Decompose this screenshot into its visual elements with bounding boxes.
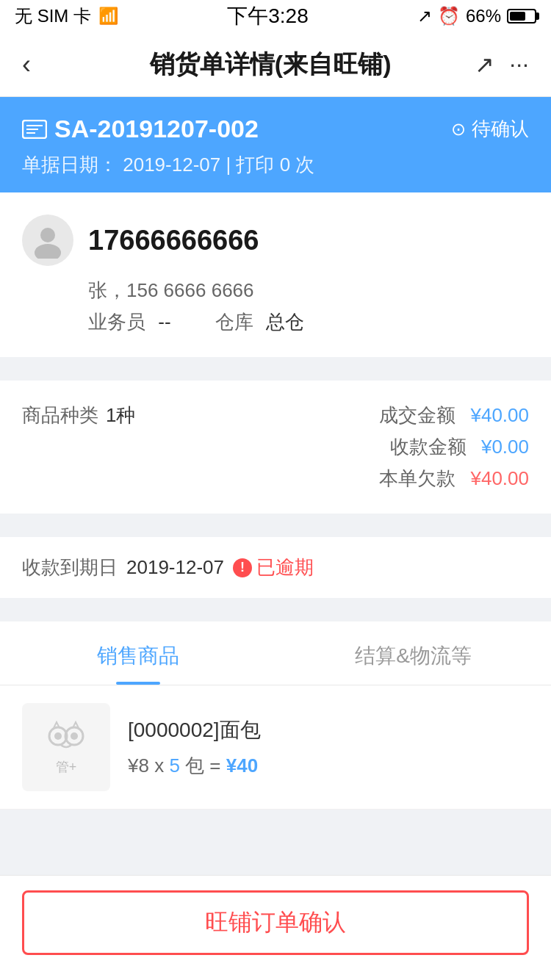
nav-bar: ‹ 销货单详情(来自旺铺) ↗ ··· (0, 32, 551, 97)
bottom-bar: 旺铺订单确认 (0, 875, 551, 980)
status-carrier: 无 SIM 卡 📶 (15, 4, 118, 28)
owed-label: 本单欠款 (379, 466, 455, 491)
order-header: SA-20191207-002 ⊙ 待确认 单据日期： 2019-12-07 |… (0, 97, 551, 192)
product-kinds-value: 1种 (106, 403, 135, 428)
table-row: 管+ [0000002]面包 ¥8 x 5 包 = ¥40 (0, 685, 551, 810)
order-header-top: SA-20191207-002 ⊙ 待确认 (22, 115, 529, 143)
order-number: SA-20191207-002 (22, 115, 259, 143)
divider-3 (0, 610, 551, 621)
divider-1 (0, 369, 551, 381)
duedate-card: 收款到期日 2019-12-07 ! 已逾期 (0, 537, 551, 598)
product-kinds: 商品种类 1种 (22, 403, 135, 428)
warehouse-value: 总仓 (266, 311, 304, 333)
order-date: 单据日期： 2019-12-07 | 打印 0 次 (22, 152, 529, 178)
received-value: ¥0.00 (481, 436, 529, 458)
product-kinds-label: 商品种类 (22, 403, 98, 428)
product-thumbnail: 管+ (22, 703, 110, 791)
clock-icon: ⊙ (451, 119, 466, 140)
received-label: 收款金额 (390, 434, 467, 460)
customer-header: 17666666666 (22, 215, 529, 266)
status-right: ↗ ⏰ 66% (417, 6, 536, 26)
salesman-value: -- (158, 311, 170, 333)
svg-point-8 (54, 732, 62, 740)
summary-right: 成交金额 ¥40.00 收款金额 ¥0.00 本单欠款 ¥40.00 (379, 403, 529, 491)
duedate-label: 收款到期日 (22, 555, 118, 580)
tab-settlement[interactable]: 结算&物流等 (276, 621, 551, 685)
summary-left: 商品种类 1种 (22, 403, 135, 428)
product-total: ¥40 (226, 754, 258, 777)
wifi-icon: 📶 (98, 7, 118, 26)
status-text: 待确认 (472, 116, 529, 142)
overdue-badge: ! 已逾期 (233, 555, 314, 580)
svg-point-5 (35, 244, 61, 259)
salesman-label: 业务员 (88, 311, 145, 333)
salesman-item: 业务员 -- (88, 309, 171, 335)
deal-amount-label: 成交金额 (379, 403, 455, 428)
avatar-icon (29, 222, 66, 259)
warning-icon: ! (233, 558, 252, 577)
order-icon (22, 120, 47, 139)
battery-bar (507, 9, 536, 24)
customer-card: 17666666666 张，156 6666 6666 业务员 -- 仓库 总仓 (0, 192, 551, 357)
received-amount-row: 收款金额 ¥0.00 (390, 434, 529, 460)
product-list: 管+ [0000002]面包 ¥8 x 5 包 = ¥40 (0, 685, 551, 810)
alarm-icon: ⏰ (438, 6, 460, 26)
product-logo: 管+ (40, 718, 92, 776)
product-name: [0000002]面包 (128, 716, 529, 744)
deal-amount-value: ¥40.00 (470, 404, 529, 427)
overdue-text: 已逾期 (256, 555, 314, 580)
nav-actions: ↗ ··· (475, 51, 529, 79)
customer-info: 张，156 6666 6666 (88, 278, 529, 303)
summary-card: 商品种类 1种 成交金额 ¥40.00 收款金额 ¥0.00 本单欠款 ¥40.… (0, 381, 551, 514)
product-qty: 5 (169, 754, 179, 777)
customer-phone: 17666666666 (88, 225, 259, 256)
location-icon: ↗ (417, 6, 432, 26)
svg-point-4 (40, 228, 55, 242)
status-time: 下午3:28 (227, 2, 309, 30)
more-icon[interactable]: ··· (509, 51, 529, 78)
status-bar: 无 SIM 卡 📶 下午3:28 ↗ ⏰ 66% (0, 0, 551, 32)
tabs-container: 销售商品 结算&物流等 (0, 621, 551, 685)
avatar (22, 215, 73, 266)
product-price: ¥8 x 5 包 = ¥40 (128, 753, 529, 779)
owl-logo-icon (40, 718, 92, 755)
svg-point-9 (71, 732, 78, 740)
page-title: 销货单详情(来自旺铺) (150, 48, 392, 82)
divider-2 (0, 525, 551, 537)
owl-plus-text: 管+ (56, 758, 77, 776)
back-button[interactable]: ‹ (22, 49, 66, 80)
carrier-text: 无 SIM 卡 (15, 4, 91, 28)
tab-products[interactable]: 销售商品 (0, 621, 276, 685)
owed-amount-row: 本单欠款 ¥40.00 (379, 466, 529, 491)
battery-percent: 66% (466, 6, 501, 26)
owed-value: ¥40.00 (470, 467, 529, 490)
customer-meta: 业务员 -- 仓库 总仓 (88, 309, 529, 335)
product-info: [0000002]面包 ¥8 x 5 包 = ¥40 (128, 716, 529, 779)
deal-amount-row: 成交金额 ¥40.00 (379, 403, 529, 428)
battery-fill (510, 12, 525, 21)
warehouse-item: 仓库 总仓 (215, 309, 304, 335)
confirm-order-button[interactable]: 旺铺订单确认 (22, 890, 529, 955)
warehouse-label: 仓库 (215, 311, 253, 333)
share-icon[interactable]: ↗ (475, 51, 494, 79)
order-status: ⊙ 待确认 (451, 116, 529, 142)
duedate-value: 2019-12-07 (126, 556, 224, 579)
